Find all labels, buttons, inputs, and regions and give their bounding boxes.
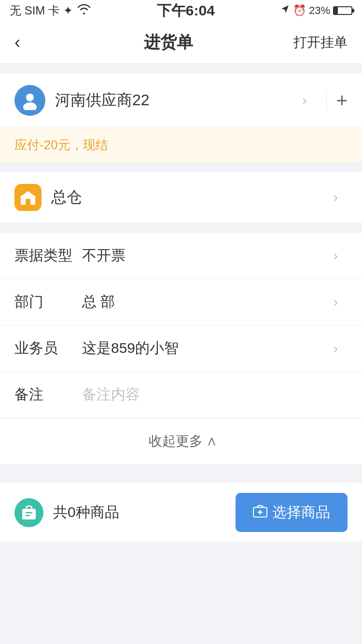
nav-bar: ‹ 进货单 打开挂单 [0,21,362,64]
invoice-chevron-icon: › [334,248,338,264]
chevron-right-icon: › [302,93,306,108]
open-pending-button[interactable]: 打开挂单 [293,33,348,52]
svg-point-0 [26,94,34,101]
location-icon [280,4,290,17]
salesperson-row[interactable]: 业务员 这是859的小智 › [0,325,362,372]
invoice-type-label: 票据类型 [14,246,72,266]
warehouse-chevron-icon: › [334,190,338,205]
supplier-avatar [14,85,45,116]
gray-background [0,542,362,644]
supplier-section: 河南供应商22 › + 应付-20元，现结 [0,73,362,163]
collapse-label: 收起更多 ∧ [149,432,218,450]
remark-row[interactable]: 备注 备注内容 [0,372,362,418]
select-product-icon [253,504,267,521]
svg-point-1 [23,102,37,110]
add-supplier-button[interactable]: + [336,91,348,110]
salesperson-value: 这是859的小智 [72,338,334,358]
status-bar: 无 SIM 卡 ✦ 下午6:04 ⏰ 23% [0,0,362,21]
alarm-icon: ⏰ [293,4,306,17]
invoice-type-row[interactable]: 票据类型 不开票 › [0,233,362,279]
select-product-label: 选择商品 [272,503,330,522]
svg-rect-4 [26,199,30,205]
svg-rect-5 [22,509,36,519]
status-time: 下午6:04 [157,1,215,21]
vertical-divider [326,91,327,110]
supplier-row[interactable]: 河南供应商22 › + [0,73,362,128]
page-title: 进货单 [43,31,293,54]
section-divider-4 [0,464,362,474]
bottom-bar: 共0种商品 选择商品 [0,483,362,542]
svg-marker-3 [20,191,36,197]
warehouse-icon [14,184,42,211]
product-count-icon [14,498,43,527]
department-label: 部门 [14,292,72,312]
form-section: 票据类型 不开票 › 部门 总 部 › 业务员 这是859的小智 › 备注 备注… [0,233,362,464]
wifi-icon [77,4,91,17]
notice-banner: 应付-20元，现结 [0,128,362,163]
remark-label: 备注 [14,385,72,405]
status-right: ⏰ 23% [280,4,352,17]
remark-value[interactable]: 备注内容 [72,385,348,405]
department-row[interactable]: 部门 总 部 › [0,279,362,325]
select-product-button[interactable]: 选择商品 [236,493,348,532]
section-divider-3 [0,223,362,233]
invoice-type-value: 不开票 [72,246,334,266]
product-count-text: 共0种商品 [53,503,226,522]
collapse-toggle[interactable]: 收起更多 ∧ [0,418,362,464]
warehouse-section: 总仓 › [0,172,362,223]
salesperson-chevron-icon: › [334,341,338,356]
supplier-name: 河南供应商22 [55,90,302,111]
department-chevron-icon: › [334,294,338,310]
warehouse-name: 总仓 [51,187,334,208]
back-button[interactable]: ‹ [14,32,43,53]
status-left: 无 SIM 卡 ✦ [10,3,91,18]
sim-label: 无 SIM 卡 ✦ [10,3,73,18]
warehouse-row[interactable]: 总仓 › [0,172,362,223]
battery-icon [333,6,352,15]
department-value: 总 部 [72,292,334,312]
section-divider-1 [0,64,362,73]
battery-percent: 23% [309,4,330,17]
salesperson-label: 业务员 [14,338,72,358]
section-divider-2 [0,163,362,172]
